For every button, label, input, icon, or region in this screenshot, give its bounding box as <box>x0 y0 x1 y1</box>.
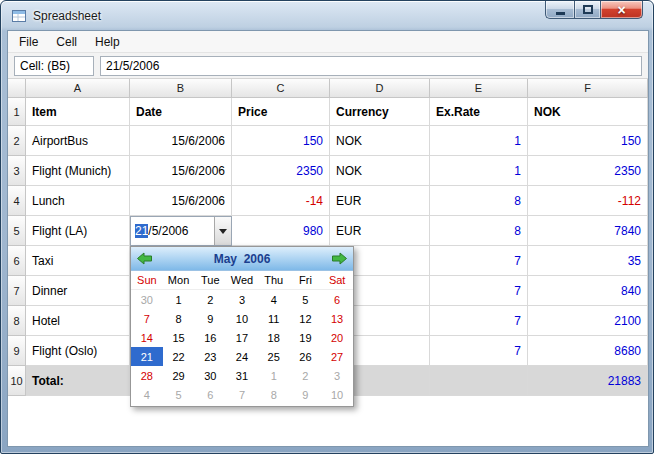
cell-A8[interactable]: Hotel <box>26 306 130 336</box>
calendar-day-1-dim[interactable]: 1 <box>258 366 290 385</box>
calendar-day-6-dim[interactable]: 6 <box>194 385 226 404</box>
calendar-day-24[interactable]: 24 <box>226 347 258 366</box>
cell-E4[interactable]: 8 <box>430 186 528 216</box>
calendar-day-7-dim[interactable]: 7 <box>226 385 258 404</box>
cell-A2[interactable]: AirportBus <box>26 126 130 156</box>
cell-reference-box[interactable]: Cell: (B5) <box>14 56 94 76</box>
cell-D4[interactable]: EUR <box>330 186 430 216</box>
column-header-d[interactable]: D <box>330 79 430 98</box>
maximize-button[interactable] <box>574 1 601 19</box>
calendar-day-21-sel[interactable]: 21 <box>131 347 163 366</box>
cell-E5[interactable]: 8 <box>430 216 528 246</box>
calendar-day-4-dim[interactable]: 4 <box>131 385 163 404</box>
formula-field[interactable]: 21/5/2006 <box>100 56 642 76</box>
cell-A4[interactable]: Lunch <box>26 186 130 216</box>
date-dropdown-button[interactable] <box>214 217 231 245</box>
calendar-day-2-dim[interactable]: 2 <box>290 366 322 385</box>
row-header-4[interactable]: 4 <box>8 186 26 216</box>
calendar-day-1[interactable]: 1 <box>163 290 195 309</box>
calendar-day-18[interactable]: 18 <box>258 328 290 347</box>
cell-C2[interactable]: 150 <box>232 126 330 156</box>
menu-item-help[interactable]: Help <box>86 32 129 52</box>
calendar-day-14-red[interactable]: 14 <box>131 328 163 347</box>
calendar-day-10[interactable]: 10 <box>226 309 258 328</box>
row-header-2[interactable]: 2 <box>8 126 26 156</box>
cell-E7[interactable]: 7 <box>430 276 528 306</box>
calendar-day-16[interactable]: 16 <box>194 328 226 347</box>
calendar-day-5[interactable]: 5 <box>290 290 322 309</box>
row-header-5[interactable]: 5 <box>8 216 26 246</box>
calendar-day-26[interactable]: 26 <box>290 347 322 366</box>
calendar-day-27-red[interactable]: 27 <box>321 347 353 366</box>
calendar-day-8-dim[interactable]: 8 <box>258 385 290 404</box>
calendar-day-15[interactable]: 15 <box>163 328 195 347</box>
column-header-e[interactable]: E <box>430 79 528 98</box>
row-header-6[interactable]: 6 <box>8 246 26 276</box>
cell-D3[interactable]: NOK <box>330 156 430 186</box>
cell-F5[interactable]: 7840 <box>528 216 648 246</box>
next-month-button[interactable] <box>331 252 348 265</box>
calendar-day-10-dim[interactable]: 10 <box>321 385 353 404</box>
calendar-day-20-red[interactable]: 20 <box>321 328 353 347</box>
calendar-day-9[interactable]: 9 <box>194 309 226 328</box>
cell-F8[interactable]: 2100 <box>528 306 648 336</box>
cell-F6[interactable]: 35 <box>528 246 648 276</box>
cell-E1[interactable]: Ex.Rate <box>430 98 528 126</box>
row-header-3[interactable]: 3 <box>8 156 26 186</box>
cell-D5[interactable]: EUR <box>330 216 430 246</box>
cell-E2[interactable]: 1 <box>430 126 528 156</box>
row-header-7[interactable]: 7 <box>8 276 26 306</box>
column-header-a[interactable]: A <box>26 79 130 98</box>
calendar-day-23[interactable]: 23 <box>194 347 226 366</box>
cell-A10[interactable]: Total: <box>26 366 130 396</box>
row-header-1[interactable]: 1 <box>8 98 26 126</box>
calendar-day-13-red[interactable]: 13 <box>321 309 353 328</box>
cell-E10[interactable] <box>430 366 528 396</box>
title-bar[interactable]: Spreadsheet × <box>1 1 653 31</box>
calendar-day-11[interactable]: 11 <box>258 309 290 328</box>
cell-F4[interactable]: -112 <box>528 186 648 216</box>
row-header-10[interactable]: 10 <box>8 366 26 396</box>
calendar-day-7-red[interactable]: 7 <box>131 309 163 328</box>
cell-F10[interactable]: 21883 <box>528 366 648 396</box>
calendar-day-3-dim[interactable]: 3 <box>321 366 353 385</box>
calendar-day-22[interactable]: 22 <box>163 347 195 366</box>
minimize-button[interactable] <box>545 1 574 19</box>
calendar-day-6-red[interactable]: 6 <box>321 290 353 309</box>
cell-A3[interactable]: Flight (Munich) <box>26 156 130 186</box>
cell-A9[interactable]: Flight (Oslo) <box>26 336 130 366</box>
cell-F9[interactable]: 8680 <box>528 336 648 366</box>
calendar-day-12[interactable]: 12 <box>290 309 322 328</box>
cell-D1[interactable]: Currency <box>330 98 430 126</box>
cell-B1[interactable]: Date <box>130 98 232 126</box>
column-header-f[interactable]: F <box>528 79 648 98</box>
cell-editor-input[interactable]: 21/5/2006 <box>131 217 214 245</box>
menu-item-file[interactable]: File <box>10 32 47 52</box>
cell-F7[interactable]: 840 <box>528 276 648 306</box>
calendar-day-28-red[interactable]: 28 <box>131 366 163 385</box>
calendar-day-9-dim[interactable]: 9 <box>290 385 322 404</box>
cell-C5[interactable]: 980 <box>232 216 330 246</box>
row-header-8[interactable]: 8 <box>8 306 26 336</box>
cell-A7[interactable]: Dinner <box>26 276 130 306</box>
calendar-day-30[interactable]: 30 <box>194 366 226 385</box>
calendar-day-4[interactable]: 4 <box>258 290 290 309</box>
menu-item-cell[interactable]: Cell <box>47 32 86 52</box>
calendar-day-31[interactable]: 31 <box>226 366 258 385</box>
cell-E9[interactable]: 7 <box>430 336 528 366</box>
cell-B4[interactable]: 15/6/2006 <box>130 186 232 216</box>
cell-B3[interactable]: 15/6/2006 <box>130 156 232 186</box>
cell-E3[interactable]: 1 <box>430 156 528 186</box>
cell-F3[interactable]: 2350 <box>528 156 648 186</box>
cell-A6[interactable]: Taxi <box>26 246 130 276</box>
cell-A1[interactable]: Item <box>26 98 130 126</box>
calendar-day-3[interactable]: 3 <box>226 290 258 309</box>
cell-B2[interactable]: 15/6/2006 <box>130 126 232 156</box>
cell-A5[interactable]: Flight (LA) <box>26 216 130 246</box>
calendar-day-5-dim[interactable]: 5 <box>163 385 195 404</box>
cell-C3[interactable]: 2350 <box>232 156 330 186</box>
column-header-c[interactable]: C <box>232 79 330 98</box>
calendar-day-2[interactable]: 2 <box>194 290 226 309</box>
calendar-day-19[interactable]: 19 <box>290 328 322 347</box>
cell-D2[interactable]: NOK <box>330 126 430 156</box>
